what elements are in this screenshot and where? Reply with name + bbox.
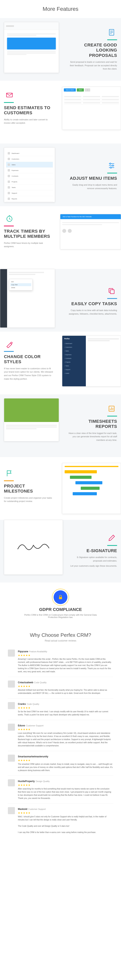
gdpr-icon: [53, 590, 68, 604]
reviewer-name: Créactualweb: [18, 681, 33, 684]
reviewer-name: Smartasmarketmasterunity: [18, 755, 48, 758]
avatar: [8, 724, 15, 731]
gdpr-section: GDPR COMPLIANCE Perfex CRM is first CRM …: [0, 582, 121, 626]
estimate-screenshot: Save & SendSave⋮: [62, 87, 121, 130]
review-item: Créactualweb Code Quality ★★★★★ Absolute…: [8, 677, 113, 698]
review-stars: ★★★★★: [18, 654, 113, 657]
proposal-screenshot: [4, 22, 59, 73]
signature-screenshot: [4, 520, 63, 575]
reviewer-name: Cranks: [18, 703, 26, 705]
feature-text-2: Let your customers easily sign these doc…: [68, 564, 117, 568]
feature-text: Send proposal to leads or customers and …: [68, 60, 117, 71]
feature-text: Have a clear view of the time logged for…: [68, 431, 117, 442]
feature-colors: Perfex ○ Dashboard ○ Customers ○ Sales ○…: [0, 332, 121, 395]
flag-icon: [4, 468, 15, 479]
review-text: Absolute brilliant tool and feel, the fu…: [18, 689, 113, 695]
review-item: Pipycane Feature Availability ★★★★★ Amaz…: [8, 646, 113, 677]
reviewer-name: Pipycane: [18, 650, 28, 653]
reviewer-name: HustleProperty: [18, 780, 35, 783]
avatar: [8, 807, 15, 814]
svg-line-13: [10, 219, 10, 220]
review-category: Code Quality: [34, 681, 47, 684]
review-text: Well, I should give 5 stars not only for…: [18, 815, 113, 834]
palette-icon: [4, 339, 15, 350]
why-subtitle: Read actual customer reviews: [4, 640, 117, 642]
why-header: Why Choose Perfex CRM? Read actual custo…: [0, 626, 121, 644]
copy-icon: [106, 286, 117, 296]
milestone-screenshot: [62, 463, 121, 514]
gdpr-title: GDPR COMPLIANCE: [6, 607, 115, 612]
avatar: [8, 755, 15, 762]
feature-text: Create project milestones and organize y…: [4, 496, 53, 503]
review-text: Love everything! We even for our small c…: [18, 732, 113, 747]
task-screenshot: Edit Copy Task Delete: [0, 269, 55, 328]
review-category: Customer Support: [28, 808, 45, 810]
feature-proposals: CREATE GOOD LOOKING PROPOSALS Send propo…: [0, 18, 121, 81]
avatar: [8, 649, 15, 657]
feature-esignature: E-SIGNATURE E-Signature option available…: [0, 520, 121, 582]
review-text: The smartest CRM option on envato market…: [18, 763, 113, 772]
feature-menu: Dashboard Customers Sales Expenses Contr…: [0, 143, 121, 206]
review-text: Amazing! I cannot describe this script -…: [18, 657, 113, 673]
clock-icon: [4, 213, 15, 224]
review-stars: ★★★★★: [18, 706, 113, 710]
feature-title: SEND ESTIMATES TO CUSTOMERS: [4, 105, 53, 116]
svg-rect-21: [59, 597, 62, 599]
review-stars: ★★★★★: [18, 784, 113, 786]
review-category: Code Quality: [27, 703, 39, 705]
feature-title: TIMESHEETS REPORTS: [68, 419, 117, 429]
feature-timers: Add a Task Function for the SEO Website …: [0, 206, 121, 269]
color-screenshot: Perfex ○ Dashboard ○ Customers ○ Sales ○…: [62, 336, 121, 387]
why-title: Why Choose Perfex CRM?: [4, 632, 117, 638]
mail-icon: [4, 89, 15, 100]
sliders-icon: [106, 160, 117, 171]
avatar: [8, 702, 15, 709]
review-text: So far the best CRM I've ever tried. I c…: [18, 710, 113, 716]
feature-title: CHANGE COLOR STYLES: [4, 354, 53, 364]
feature-title: E-SIGNATURE: [68, 548, 117, 553]
menu-screenshot: Dashboard Customers Sales Expenses Contr…: [4, 147, 55, 202]
svg-rect-4: [6, 93, 12, 97]
feature-text: Copy tasks in no time with all task data…: [68, 309, 117, 315]
gdpr-text: Perfex CRM is first CRM on Codecanyon th…: [21, 614, 100, 618]
timesheet-screenshot: [4, 398, 59, 441]
svg-point-9: [112, 165, 113, 166]
reviewer-name: Maskoid: [18, 808, 27, 810]
lock-icon: [58, 594, 63, 600]
feature-text: Perfex CRM have timers by multiple task …: [4, 242, 53, 248]
svg-point-10: [110, 167, 111, 169]
feature-title: CREATE GOOD LOOKING PROPOSALS: [68, 43, 117, 58]
feature-title: PROJECT MILESTONES: [4, 484, 53, 494]
feature-title: EASILY COPY TASKS: [68, 301, 117, 306]
feature-milestones: PROJECT MILESTONES Create project milest…: [0, 457, 121, 520]
svg-rect-15: [110, 290, 114, 294]
review-stars: ★★★★★: [18, 759, 113, 762]
review-stars: ★★★★★: [18, 685, 113, 688]
review-category: Feature Availability: [29, 650, 47, 653]
review-item: Cranks Code Quality ★★★★★ So far the bes…: [8, 698, 113, 720]
review-stars: ★★★★★: [18, 728, 113, 731]
pen-icon: [106, 533, 117, 544]
feature-estimates: Save & SendSave⋮ SEND ESTIMATES TO CUSTO…: [0, 81, 121, 143]
review-item: Eduvo Customer Support ★★★★★ Love everyt…: [8, 720, 113, 751]
review-text: After searching for months to find somet…: [18, 788, 113, 800]
feature-title: TRACK TIMERS BY MULTIPLE MEMBERS: [4, 229, 53, 239]
review-stars: ★★★★★: [18, 811, 113, 815]
feature-title: ADJUST MENU ITEMS: [68, 176, 117, 181]
feature-copy: Edit Copy Task Delete EASILY COPY TASKS …: [0, 269, 121, 332]
reviewer-name: Eduvo: [18, 724, 25, 727]
signature-drawing: [16, 539, 51, 555]
feature-timesheets: TIMESHEETS REPORTS Have a clear view of …: [0, 395, 121, 457]
svg-point-8: [110, 163, 111, 164]
reviews-list: Pipycane Feature Availability ★★★★★ Amaz…: [0, 644, 121, 843]
feature-text: Ability to create estimates and later co…: [4, 118, 53, 125]
feature-text: E-Signature option available for contrac…: [68, 556, 117, 563]
review-item: HustleProperty Design Quality ★★★★★ Afte…: [8, 776, 113, 803]
page-title: More Features: [4, 6, 117, 12]
timer-screenshot: Add a Task Function for the SEO Website: [60, 214, 121, 249]
document-icon: [106, 27, 117, 38]
feature-text: If has never been easier to customize co…: [4, 367, 53, 381]
review-item: Maskoid Customer Support ★★★★★ Well, I s…: [8, 803, 113, 837]
report-icon: [106, 403, 117, 414]
avatar: [8, 779, 15, 786]
